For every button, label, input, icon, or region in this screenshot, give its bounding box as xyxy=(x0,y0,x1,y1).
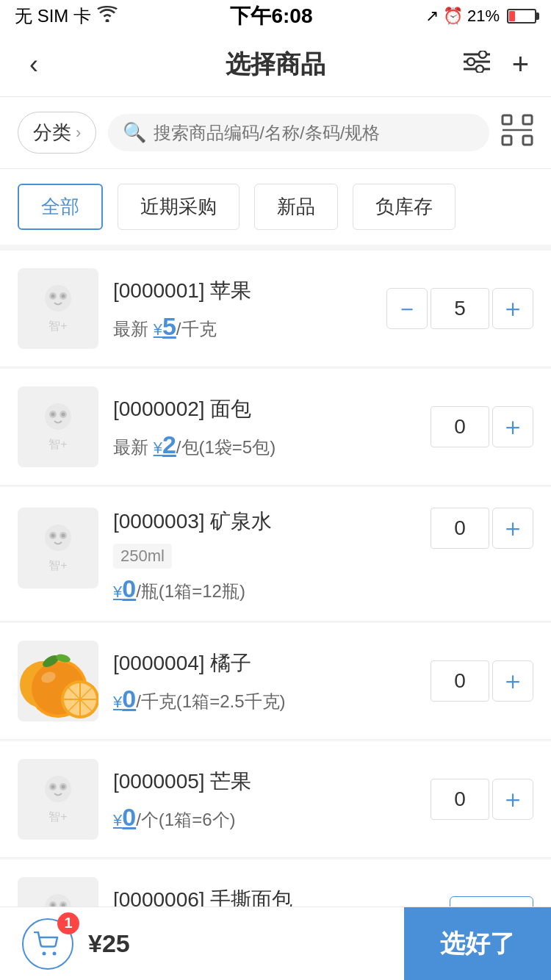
page-title: 选择商品 xyxy=(226,48,325,82)
bottom-bar: 1 ¥25 选好了 xyxy=(0,907,551,980)
battery-icon xyxy=(507,9,536,24)
plus-button[interactable]: ＋ xyxy=(492,508,533,549)
plus-button[interactable]: ＋ xyxy=(492,406,533,447)
search-wrapper: 🔍 xyxy=(108,114,489,151)
list-item: 智+ [0000002] 面包 最新 ¥2/包(1袋=5包) ＋ xyxy=(0,369,551,486)
add-icon[interactable]: + xyxy=(512,48,529,81)
qty-input[interactable] xyxy=(431,406,489,447)
tab-recent[interactable]: 近期采购 xyxy=(118,184,240,230)
scan-icon[interactable] xyxy=(501,114,533,151)
qty-control: ＋ xyxy=(431,779,533,820)
svg-rect-8 xyxy=(503,136,511,145)
price-prefix: 最新 xyxy=(113,319,154,339)
carrier-label: 无 SIM 卡 xyxy=(15,4,91,28)
list-item: 智+ [0000001] 苹果 最新 ¥5/千克 － ＋ xyxy=(0,251,551,367)
svg-point-3 xyxy=(479,51,486,58)
product-price: ¥0/千克(1箱=2.5千克) xyxy=(113,685,416,713)
svg-rect-10 xyxy=(523,136,532,145)
product-name: [0000005] 芒果 xyxy=(113,768,416,796)
qty-input[interactable] xyxy=(431,660,489,702)
qty-control: ＋ xyxy=(431,406,533,447)
svg-point-14 xyxy=(51,294,55,298)
qty-input[interactable] xyxy=(431,288,489,329)
qty-control: ＋ xyxy=(431,508,533,549)
product-info: [0000002] 面包 最新 ¥2/包(1袋=5包) xyxy=(98,395,431,459)
product-name: [0000001] 苹果 xyxy=(113,277,372,305)
svg-point-20 xyxy=(62,412,65,416)
category-label: 分类 xyxy=(33,120,71,145)
product-info: [0000003] 矿泉水 250ml ¥0/瓶(1箱=12瓶) xyxy=(98,508,431,603)
plus-button[interactable]: ＋ xyxy=(492,288,533,329)
product-price: 最新 ¥2/包(1袋=5包) xyxy=(113,430,416,459)
qty-control: － ＋ xyxy=(386,288,533,329)
svg-point-54 xyxy=(43,951,46,955)
location-icon: ↗ xyxy=(425,7,439,26)
cart-total: ¥25 xyxy=(88,929,130,958)
svg-point-55 xyxy=(53,951,57,955)
confirm-button[interactable]: 选好了 xyxy=(404,907,551,981)
product-info: [0000004] 橘子 ¥0/千克(1箱=2.5千克) xyxy=(98,649,431,713)
status-bar: 无 SIM 卡 下午6:08 ↗ ⏰ 21% xyxy=(0,0,551,32)
svg-point-24 xyxy=(51,533,55,537)
product-price: 最新 ¥5/千克 xyxy=(113,312,372,341)
svg-point-43 xyxy=(62,785,65,788)
product-price: ¥0/个(1箱=6个) xyxy=(113,803,416,832)
filter-tabs: 全部 近期采购 新品 负库存 xyxy=(0,169,551,251)
product-price: ¥0/瓶(1箱=12瓶) xyxy=(113,574,416,603)
status-time: 下午6:08 xyxy=(230,2,312,30)
wifi-icon xyxy=(97,6,118,26)
search-input[interactable] xyxy=(154,123,475,143)
search-icon: 🔍 xyxy=(123,121,146,144)
qty-input[interactable] xyxy=(431,508,489,549)
filter-icon[interactable] xyxy=(464,50,490,79)
category-chevron-icon: › xyxy=(76,123,81,143)
nav-actions: + xyxy=(464,48,529,81)
svg-point-11 xyxy=(45,285,71,311)
search-area: 分类 › 🔍 xyxy=(0,97,551,169)
product-info: [0000001] 苹果 最新 ¥5/千克 xyxy=(98,277,386,341)
product-list: 智+ [0000001] 苹果 最新 ¥5/千克 － ＋ xyxy=(0,251,551,980)
product-image: 智+ xyxy=(18,268,98,349)
tab-all[interactable]: 全部 xyxy=(18,184,103,230)
product-name: [0000004] 橘子 xyxy=(113,649,416,677)
cart-section: 1 ¥25 xyxy=(0,918,404,970)
svg-point-42 xyxy=(51,785,55,788)
svg-rect-6 xyxy=(503,115,511,124)
list-item: 智+ [0000003] 矿泉水 250ml ¥0/瓶(1箱=12瓶) ＋ xyxy=(0,487,551,621)
list-item: 智+ [0000005] 芒果 ¥0/个(1箱=6个) ＋ xyxy=(0,741,551,858)
navbar: ‹ 选择商品 + xyxy=(0,32,551,97)
back-button[interactable]: ‹ xyxy=(22,42,46,87)
qty-input[interactable] xyxy=(431,779,489,820)
category-button[interactable]: 分类 › xyxy=(18,112,96,154)
tab-new[interactable]: 新品 xyxy=(254,184,338,230)
svg-point-19 xyxy=(51,412,55,416)
svg-point-5 xyxy=(476,65,483,73)
svg-point-25 xyxy=(62,533,65,537)
status-left: 无 SIM 卡 xyxy=(15,4,118,28)
product-name: [0000003] 矿泉水 xyxy=(113,508,416,536)
product-image: 智+ xyxy=(18,759,98,840)
list-item: [0000004] 橘子 ¥0/千克(1箱=2.5千克) ＋ xyxy=(0,623,551,740)
product-info: [0000005] 芒果 ¥0/个(1箱=6个) xyxy=(98,768,431,832)
product-image: 智+ xyxy=(18,386,98,467)
qty-control: ＋ xyxy=(431,660,533,702)
product-image xyxy=(18,641,98,721)
minus-button[interactable]: － xyxy=(386,288,428,329)
alarm-icon: ⏰ xyxy=(443,7,463,26)
status-right: ↗ ⏰ 21% xyxy=(425,7,536,26)
plus-button[interactable]: ＋ xyxy=(492,779,533,820)
product-spec: 250ml xyxy=(113,544,172,569)
svg-point-16 xyxy=(45,403,71,430)
plus-button[interactable]: ＋ xyxy=(492,660,533,702)
battery-percent: 21% xyxy=(467,7,500,26)
tab-negative[interactable]: 负库存 xyxy=(353,184,455,230)
svg-point-21 xyxy=(45,525,71,551)
svg-point-15 xyxy=(62,294,65,298)
svg-point-4 xyxy=(467,58,475,65)
cart-button[interactable]: 1 xyxy=(22,918,73,970)
product-image: 智+ xyxy=(18,508,98,588)
product-name: [0000002] 面包 xyxy=(113,395,416,423)
svg-rect-7 xyxy=(523,115,532,124)
cart-badge: 1 xyxy=(57,912,79,934)
svg-point-39 xyxy=(45,776,71,802)
